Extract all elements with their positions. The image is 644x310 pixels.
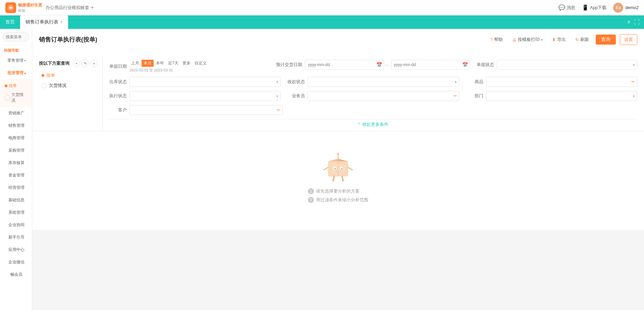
sidebar-item-operations[interactable]: 经营管理 xyxy=(0,182,32,194)
help-icon: ? xyxy=(490,37,493,42)
tab-home[interactable]: 首页 xyxy=(0,15,20,29)
out-status-select[interactable] xyxy=(129,77,281,87)
tip1-num: 1 xyxy=(308,188,314,194)
expected-date-from[interactable] xyxy=(305,60,384,70)
filter-row-2: 出库状态 ▾ 收款状态 xyxy=(108,77,637,87)
edit-scheme-btn[interactable]: ✎ xyxy=(82,60,89,67)
sidebar-item-inventory[interactable]: 库存核算 xyxy=(0,157,32,169)
tab-close-btn[interactable]: × xyxy=(627,19,631,26)
salesperson-more-icon[interactable]: ··· xyxy=(453,93,456,99)
calendar-from-icon[interactable]: 📅 xyxy=(376,62,382,67)
sidebar-item-member[interactable]: 畅会员 xyxy=(0,268,32,281)
date-tab-last-month[interactable]: 上月 xyxy=(129,60,141,67)
search-input[interactable] xyxy=(3,32,29,42)
sidebar-item-purchase[interactable]: 采购管理 xyxy=(0,144,32,157)
status-select[interactable] xyxy=(497,60,637,70)
exec-status-label: 执行状态 xyxy=(108,93,127,99)
scheme-panel: 按以下方案查询 + ✎ « 按单 欠货情况 xyxy=(39,55,103,131)
sidebar-item-按单[interactable]: 按单 xyxy=(3,81,29,90)
department-label: 部门 xyxy=(465,93,483,99)
goods-field: 商品 ··· xyxy=(465,77,637,87)
date-row: 单据日期 上月 本月 本年 近7天 更多 自定义 xyxy=(108,60,270,73)
tip2-num: 2 xyxy=(308,197,314,203)
expected-date-from-wrap: 📅 xyxy=(305,60,384,70)
page-header-section: 销售订单执行表(按单) ? 帮助 🖨 按模板打印 ▾ ⬆ 导出 xyxy=(32,29,644,55)
sidebar-item-wholesale-inner: 批发管理 ▴ xyxy=(3,70,30,76)
message-icon: 💬 xyxy=(558,4,565,11)
date-tab-more[interactable]: 更多 xyxy=(181,60,192,67)
receipt-status-select[interactable] xyxy=(308,77,459,87)
sidebar-item-wechat[interactable]: 企业微信 xyxy=(0,256,32,268)
goods-more-icon[interactable]: ··· xyxy=(631,79,635,85)
scheme-circle-icon xyxy=(42,83,47,88)
page-title: 销售订单执行表(按单) xyxy=(39,36,97,44)
settings-btn[interactable]: 设置 xyxy=(620,34,637,45)
tab-sales-exec-label: 销售订单执行表 xyxy=(25,19,58,25)
date-tab-custom[interactable]: 自定义 xyxy=(193,60,208,67)
sidebar-item-apps[interactable]: 应用中心 xyxy=(0,244,32,256)
goods-input-wrap: ··· xyxy=(486,77,637,87)
header-left: 畅捷通好生意 标版 办公用品行业模拟账套 ▾ xyxy=(5,2,94,13)
query-btn[interactable]: 查询 xyxy=(596,35,616,45)
salesperson-input[interactable] xyxy=(308,91,459,101)
goods-input[interactable] xyxy=(486,77,637,87)
collapse-scheme-btn[interactable]: « xyxy=(90,60,98,67)
logo-name: 畅捷通好生意 xyxy=(18,2,42,8)
svg-line-13 xyxy=(342,176,343,181)
expected-date-to[interactable] xyxy=(391,60,470,70)
department-select[interactable] xyxy=(486,91,637,101)
collapse-btn[interactable]: ⌃ 收起更多条件 xyxy=(357,121,388,127)
date-tab-this-month[interactable]: 本月 xyxy=(142,60,154,67)
department-field: 部门 ▾ xyxy=(465,91,637,101)
app-download-action[interactable]: 📱 App下载 xyxy=(582,4,606,11)
sidebar-item-ecommerce[interactable]: 电商管理 xyxy=(0,132,32,144)
export-label: 导出 xyxy=(557,37,566,43)
message-action[interactable]: 💬 消息 xyxy=(558,4,575,11)
scheme-item-按单[interactable]: 按单 xyxy=(39,70,98,81)
refresh-btn[interactable]: ↻ 刷新 xyxy=(573,35,592,44)
breadcrumb-arrow[interactable]: ▾ xyxy=(91,5,94,10)
date-tab-7days[interactable]: 近7天 xyxy=(166,60,180,67)
scheme-item-欠货[interactable]: 欠货情况 xyxy=(39,81,98,91)
add-scheme-btn[interactable]: + xyxy=(73,60,80,67)
sidebar-item-system[interactable]: 系统管理 xyxy=(0,206,32,219)
tab-sales-exec[interactable]: 销售订单执行表 × xyxy=(20,15,68,29)
breadcrumb: 办公用品行业模拟账套 ▾ xyxy=(46,5,94,11)
sidebar-item-basics[interactable]: 基础信息 xyxy=(0,194,32,206)
collapse-row: ⌃ 收起更多条件 xyxy=(108,119,637,131)
sidebar-item-retail[interactable]: 零售管理 ▾ xyxy=(0,54,32,67)
tab-close-icon[interactable]: × xyxy=(60,20,63,24)
salesperson-label: 业务员 xyxy=(286,93,305,99)
out-status-field: 出库状态 ▾ xyxy=(108,77,281,87)
chevron-down-icon: ▾ xyxy=(24,59,26,62)
sidebar: 快捷导航 零售管理 ▾ 批发管理 ▴ 按单 欠货情况 营销推广 销售管 xyxy=(0,29,32,310)
sidebar-item-marketing[interactable]: 营销推广 xyxy=(0,107,32,119)
logo-text-block: 畅捷通好生意 标版 xyxy=(18,2,42,13)
customer-more-icon[interactable]: ··· xyxy=(276,107,280,113)
export-btn[interactable]: ⬆ 导出 xyxy=(549,35,569,44)
sidebar-item-newbie[interactable]: 新手引导 xyxy=(0,231,32,244)
svg-line-12 xyxy=(333,176,334,181)
empty-state-tips: 1 请先选择要分析的方案 2 用过滤条件来缩小分析范围 xyxy=(308,188,368,203)
goods-label: 商品 xyxy=(465,79,483,85)
collapse-label: 收起更多条件 xyxy=(362,121,388,127)
user-area[interactable]: Ea demo2 xyxy=(613,3,639,13)
customer-input[interactable] xyxy=(129,105,283,115)
avatar: Ea xyxy=(613,3,623,13)
print-btn[interactable]: 🖨 按模板打印 ▾ xyxy=(509,35,545,44)
breadcrumb-text: 办公用品行业模拟账套 xyxy=(46,5,89,11)
print-label: 按模板打印 xyxy=(518,37,540,43)
date-tab-this-year[interactable]: 本年 xyxy=(154,60,166,67)
exec-status-select[interactable] xyxy=(129,91,281,101)
empty-state: 1 请先选择要分析的方案 2 用过滤条件来缩小分析范围 xyxy=(32,131,644,230)
calendar-to-icon[interactable]: 📅 xyxy=(462,62,468,67)
logo-sub: 标版 xyxy=(18,8,42,13)
sidebar-item-sales[interactable]: 销售管理 xyxy=(0,119,32,132)
sidebar-item-wholesale[interactable]: 批发管理 ▴ xyxy=(0,67,32,79)
tab-expand-btn[interactable]: ⛶ xyxy=(634,19,640,26)
sidebar-item-finance[interactable]: 资金管理 xyxy=(0,169,32,182)
logo-icon xyxy=(5,2,16,13)
sidebar-item-欠货情况[interactable]: 欠货情况 xyxy=(3,90,29,105)
sidebar-item-enterprise[interactable]: 企业协同 xyxy=(0,219,32,231)
help-btn[interactable]: ? 帮助 xyxy=(488,35,505,44)
